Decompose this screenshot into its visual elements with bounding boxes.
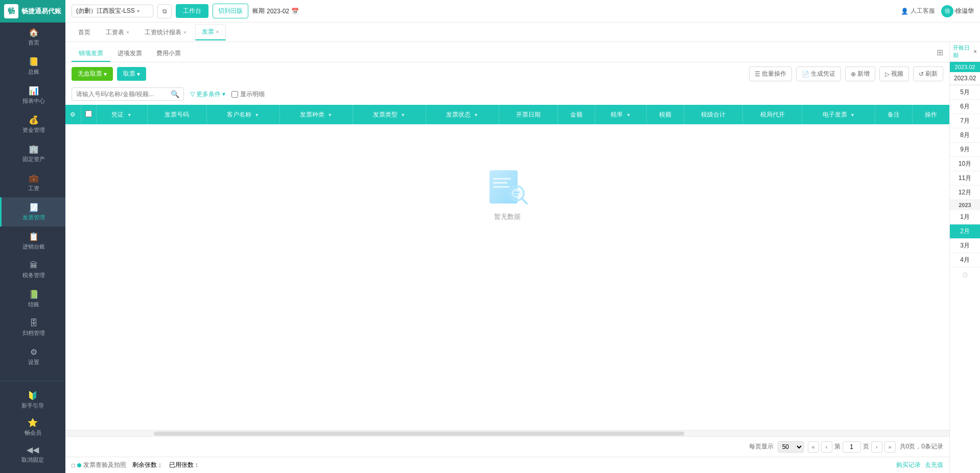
tab-invoice-close[interactable]: × <box>216 29 219 35</box>
switch-version-button[interactable]: 切到旧版 <box>213 4 248 18</box>
date-panel-9m[interactable]: 9月 <box>950 143 980 157</box>
video-button[interactable]: ▷ 视频 <box>879 66 909 81</box>
open-period-btn[interactable]: 开账日期 <box>953 44 973 59</box>
tab-salary-stat[interactable]: 工资统计报表 × <box>138 25 193 40</box>
no-invoice-button[interactable]: 无血取票 ▾ <box>72 67 113 81</box>
page-number-input[interactable] <box>843 441 861 453</box>
search-icon[interactable]: 🔍 <box>171 90 179 98</box>
page-size-select[interactable]: 20 50 100 <box>778 441 804 453</box>
sidebar-item-sales[interactable]: 📋 进销台账 <box>0 227 65 256</box>
date-panel-7m[interactable]: 7月 <box>950 114 980 128</box>
company-selector[interactable]: (勿删）江西股宝-LSS ▾ <box>72 5 153 17</box>
invoice-status-filter-icon[interactable]: ▼ <box>474 112 478 118</box>
date-scroll-down[interactable]: ⊙ <box>950 267 980 282</box>
sidebar-label-sales: 进销台账 <box>22 243 45 251</box>
search-input[interactable] <box>76 91 171 98</box>
sidebar-logo[interactable]: 畅 畅捷通易代账 <box>0 0 65 22</box>
refresh-icon: ↺ <box>919 71 924 78</box>
date-panel-12m[interactable]: 12月 <box>950 186 980 200</box>
new-invoice-button[interactable]: ⊕ 新增 <box>845 66 875 81</box>
show-detail-checkbox[interactable]: 显示明细 <box>231 90 265 99</box>
date-panel-close-btn[interactable]: × <box>973 48 977 55</box>
date-panel-10m[interactable]: 10月 <box>950 157 980 171</box>
sidebar-item-invoice[interactable]: 🧾 发票管理 <box>0 197 65 227</box>
date-panel-header-1[interactable]: 2023.02 <box>950 62 980 72</box>
detail-checkbox-input[interactable] <box>231 91 238 98</box>
customer-filter-icon[interactable]: ▼ <box>254 112 259 118</box>
sub-tab-purchase-label: 进项发票 <box>118 50 142 57</box>
sidebar-footer: 🔰 新手引导 ⭐ 畅会员 ◀◀ 取消固定 <box>0 381 65 473</box>
date-panel-3m[interactable]: 3月 <box>950 239 980 253</box>
sidebar-item-reports[interactable]: 📊 报表中心 <box>0 81 65 110</box>
sidebar-item-assets[interactable]: 🏢 固定资产 <box>0 139 65 168</box>
sidebar-label-invoice: 发票管理 <box>22 214 45 221</box>
voucher-filter-icon[interactable]: ▼ <box>127 112 132 118</box>
tab-salary-stat-close[interactable]: × <box>183 30 186 35</box>
page-size-label: 每页显示 <box>749 442 774 451</box>
sidebar-item-funds[interactable]: 💰 资金管理 <box>0 110 65 139</box>
customer-service-button[interactable]: 👤 人工客服 <box>901 7 935 15</box>
maximize-window-button[interactable]: □ <box>964 4 978 18</box>
close-window-button[interactable]: × <box>948 4 963 18</box>
empty-svg <box>482 165 533 206</box>
tab-salary-close[interactable]: × <box>126 30 129 35</box>
empty-icon <box>482 165 533 206</box>
invoice-table: ⚙ 凭证 ▼ 发票号码 客户名称 ▼ 发票种类 ▼ 发票类型 ▼ 发票状态 ▼ … <box>65 105 949 262</box>
take-invoice-button[interactable]: 取票 ▾ <box>117 67 146 81</box>
th-action: 操作 <box>913 105 949 124</box>
prev-page-button[interactable]: ‹ <box>821 441 832 453</box>
sidebar-item-unpin[interactable]: ◀◀ 取消固定 <box>0 441 65 468</box>
sidebar-item-archive[interactable]: 🗄 归档管理 <box>0 313 65 342</box>
sidebar-item-tax[interactable]: 🏛 税务管理 <box>0 256 65 284</box>
pin-icon: ◀◀ <box>27 445 39 455</box>
purchase-record-link[interactable]: 购买记录 <box>896 461 921 469</box>
tax-rate-filter-icon[interactable]: ▼ <box>626 112 631 118</box>
th-checkbox[interactable] <box>81 105 96 124</box>
date-panel-close-row: 开账日期 × <box>950 42 980 62</box>
sub-tab-sales[interactable]: 销项发票 <box>72 46 110 62</box>
sub-tab-expense[interactable]: 费用小票 <box>149 46 188 62</box>
refresh-button[interactable]: ↺ 刷新 <box>913 66 943 81</box>
recharge-link[interactable]: 去充值 <box>925 461 943 469</box>
period-label: 账期 <box>252 7 265 15</box>
topbar: (勿删）江西股宝-LSS ▾ ⧉ 工作台 切到旧版 账期 2023-02 📅 👤… <box>65 0 980 22</box>
check-icon: □ <box>72 462 75 469</box>
sub-tab-purchase[interactable]: 进项发票 <box>110 46 149 62</box>
sidebar-item-settings[interactable]: ⚙ 设置 <box>0 342 65 371</box>
archive-icon: 🗄 <box>30 319 38 328</box>
date-panel-8m[interactable]: 8月 <box>950 128 980 143</box>
date-panel-5m[interactable]: 5月 <box>950 85 980 100</box>
e-invoice-filter-icon[interactable]: ▼ <box>850 112 855 118</box>
invoice-cat-filter-icon[interactable]: ▼ <box>401 112 405 118</box>
tab-salary[interactable]: 工资表 × <box>99 25 136 40</box>
date-panel-2m-active[interactable]: 2月 <box>950 224 980 239</box>
next-page-button[interactable]: › <box>871 441 882 453</box>
date-panel-6m[interactable]: 6月 <box>950 100 980 114</box>
toolbar: 无血取票 ▾ 取票 ▾ ☰ 批量操作 📄 <box>65 62 949 85</box>
tab-invoice[interactable]: 发票 × <box>195 24 226 40</box>
sidebar-item-guide[interactable]: 🔰 新手引导 <box>0 387 65 414</box>
select-all-checkbox[interactable] <box>85 110 92 117</box>
work-station-button[interactable]: 工作台 <box>176 4 208 18</box>
date-panel-2023-02-row2[interactable]: 2023.02 <box>950 72 980 85</box>
date-panel-1m[interactable]: 1月 <box>950 210 980 224</box>
sidebar-item-home[interactable]: 🏠 首页 <box>0 22 65 52</box>
th-settings[interactable]: ⚙ <box>65 105 81 124</box>
empty-text: 暂无数据 <box>494 212 521 221</box>
gen-voucher-button[interactable]: 📄 生成凭证 <box>796 66 841 81</box>
date-panel-11m[interactable]: 11月 <box>950 171 980 186</box>
invoice-type-filter-icon[interactable]: ▼ <box>328 112 332 118</box>
tab-home[interactable]: 首页 <box>72 25 97 40</box>
sidebar-item-member[interactable]: ⭐ 畅会员 <box>0 414 65 441</box>
grid-icon[interactable]: ⊞ <box>937 48 943 57</box>
scrollbar-thumb[interactable] <box>154 432 684 436</box>
date-panel-4m[interactable]: 4月 <box>950 253 980 267</box>
sidebar-item-ledger[interactable]: 📒 总账 <box>0 52 65 81</box>
copy-button[interactable]: ⧉ <box>157 4 172 18</box>
more-filter-button[interactable]: ▽ 更多条件 ▾ <box>190 90 225 99</box>
first-page-button[interactable]: « <box>808 441 819 453</box>
last-page-button[interactable]: » <box>884 441 896 453</box>
sidebar-item-close[interactable]: 📗 结账 <box>0 284 65 313</box>
sidebar-item-payroll[interactable]: 💼 工资 <box>0 168 65 197</box>
batch-op-button[interactable]: ☰ 批量操作 <box>749 66 792 81</box>
